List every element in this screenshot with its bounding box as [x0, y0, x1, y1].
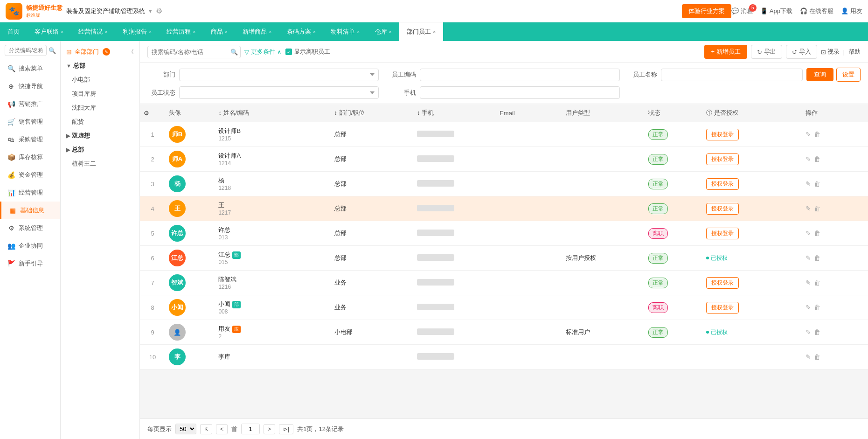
more-filter-btn[interactable]: ▽ 更多条件 ∧ — [244, 48, 282, 56]
dept-item-zhishu[interactable]: 植树王二 — [61, 157, 139, 171]
auth-login-btn[interactable]: 授权登录 — [706, 228, 739, 239]
employee-search-input[interactable] — [147, 46, 241, 58]
view-button[interactable]: ⊡ 视录 — [821, 48, 840, 56]
sidebar-item-快捷导航[interactable]: ⊕快捷导航 — [0, 77, 60, 95]
dept-group-zonbu[interactable]: ▼ 总部 — [61, 59, 139, 73]
sidebar-search-icon[interactable]: 🔍 — [49, 47, 56, 54]
delete-icon[interactable]: 🗑 — [814, 131, 820, 138]
th-settings[interactable]: ⚙ — [140, 104, 165, 122]
query-button[interactable]: 查询 — [806, 68, 833, 81]
edit-icon[interactable]: ✎ — [806, 328, 811, 336]
sidebar-item-新手引导[interactable]: 🚩新手引导 — [0, 255, 60, 272]
nav-item-物料清单[interactable]: 物料清单× — [323, 22, 367, 41]
last-page-btn[interactable]: ⊳| — [279, 424, 293, 434]
edit-icon[interactable]: ✎ — [806, 254, 811, 262]
sidebar-item-基础信息[interactable]: ▦基础信息 — [0, 202, 60, 219]
resigned-checkbox[interactable]: ✓ — [285, 49, 292, 55]
sidebar-item-系统管理[interactable]: ⚙系统管理 — [0, 219, 60, 237]
th-dept[interactable]: ↕ 部门/职位 — [331, 104, 413, 122]
nav-close-icon[interactable]: × — [104, 29, 107, 35]
nav-item-商品[interactable]: 商品× — [203, 22, 235, 41]
dept-group-zonbu2[interactable]: ▶ 总部 — [61, 143, 139, 157]
nav-item-经营历程[interactable]: 经营历程× — [159, 22, 203, 41]
page-input[interactable] — [241, 424, 260, 434]
import-button[interactable]: ↺ 导入 — [786, 45, 817, 59]
auth-login-btn[interactable]: 授权登录 — [706, 302, 739, 314]
edit-icon[interactable]: ✎ — [806, 230, 811, 237]
emp-name-input[interactable] — [661, 69, 803, 81]
add-employee-button[interactable]: + 新增员工 — [704, 45, 747, 59]
first-page-btn[interactable]: K — [200, 424, 212, 434]
edit-icon[interactable]: ✎ — [806, 205, 811, 212]
all-dept-header[interactable]: ⊞ 全部部门 ✎ 《 — [61, 45, 139, 59]
delete-icon[interactable]: 🗑 — [814, 180, 820, 188]
nav-item-仓库[interactable]: 仓库× — [368, 22, 399, 41]
dept-item-xiangmu[interactable]: 项目库房 — [61, 87, 139, 101]
next-page-btn[interactable]: > — [264, 424, 275, 434]
app-download-btn[interactable]: 📱 App下载 — [760, 7, 792, 15]
nav-close-icon[interactable]: × — [313, 29, 316, 35]
delete-icon[interactable]: 🗑 — [814, 353, 820, 361]
nav-item-经营情况[interactable]: 经营情况× — [71, 22, 115, 41]
settings-icon[interactable]: ⚙ — [156, 7, 162, 15]
emp-status-select[interactable] — [179, 86, 379, 99]
sidebar-item-库存核算[interactable]: 📦库存核算 — [0, 148, 60, 166]
nav-item-新增商品[interactable]: 新增商品× — [235, 22, 279, 41]
prev-page-btn[interactable]: < — [216, 424, 228, 434]
dept-group-shuangxu[interactable]: ▶ 双虚想 — [61, 129, 139, 143]
sidebar-item-搜索菜单[interactable]: 🔍搜索菜单 — [0, 60, 60, 77]
search-icon[interactable]: 🔍 — [230, 49, 238, 56]
delete-icon[interactable]: 🗑 — [814, 254, 820, 262]
edit-icon[interactable]: ✎ — [806, 180, 811, 188]
delete-icon[interactable]: 🗑 — [814, 279, 820, 286]
th-name[interactable]: ↕ 姓名/编码 — [215, 104, 330, 122]
nav-item-首页[interactable]: 首页 — [0, 22, 27, 41]
sidebar-item-销售管理[interactable]: 🛒销售管理 — [0, 113, 60, 131]
sidebar-search-input[interactable] — [5, 45, 47, 56]
dept-select[interactable] — [179, 69, 379, 81]
delete-icon[interactable]: 🗑 — [814, 304, 820, 311]
show-resigned-toggle[interactable]: ✓ 显示离职员工 — [285, 48, 330, 56]
auth-login-btn[interactable]: 授权登录 — [706, 178, 739, 190]
per-page-select[interactable]: 50 — [175, 424, 196, 434]
export-button[interactable]: ↻ 导出 — [751, 45, 782, 59]
nav-item-客户联络[interactable]: 客户联络× — [27, 22, 71, 41]
th-phone[interactable]: ↕ 手机 — [413, 104, 496, 122]
help-button[interactable]: 帮助 — [848, 48, 861, 56]
trial-button[interactable]: 体验行业方案 — [682, 4, 731, 18]
user-btn[interactable]: 👤 用友 — [841, 7, 862, 15]
delete-icon[interactable]: 🗑 — [814, 205, 820, 212]
delete-icon[interactable]: 🗑 — [814, 230, 820, 237]
edit-icon[interactable]: ✎ — [806, 353, 811, 361]
nav-close-icon[interactable]: × — [193, 29, 195, 35]
dept-item-xiaodian[interactable]: 小电部 — [61, 73, 139, 87]
nav-close-icon[interactable]: × — [357, 29, 360, 35]
collapse-icon[interactable]: 《 — [128, 48, 134, 56]
delete-icon[interactable]: 🗑 — [814, 328, 820, 336]
nav-close-icon[interactable]: × — [149, 29, 152, 35]
emp-code-input[interactable] — [420, 69, 619, 81]
nav-close-icon-active[interactable]: × — [433, 29, 436, 35]
nav-close-icon[interactable]: × — [389, 29, 392, 35]
sidebar-item-采购管理[interactable]: 🛍采购管理 — [0, 131, 60, 148]
auth-login-btn[interactable]: 授权登录 — [706, 129, 739, 140]
delete-icon[interactable]: 🗑 — [814, 155, 820, 163]
nav-item-利润报告[interactable]: 利润报告× — [115, 22, 159, 41]
nav-item-条码方案[interactable]: 条码方案× — [279, 22, 323, 41]
dept-item-peihuo[interactable]: 配货 — [61, 115, 139, 129]
auth-login-btn[interactable]: 授权登录 — [706, 277, 739, 289]
nav-close-icon[interactable]: × — [269, 29, 271, 35]
nav-item-部门员工[interactable]: 部门员工× — [399, 22, 443, 41]
nav-close-icon[interactable]: × — [61, 29, 63, 35]
auth-login-btn[interactable]: 授权登录 — [706, 153, 739, 165]
title-dropdown[interactable]: ▾ — [149, 7, 152, 14]
nav-close-icon[interactable]: × — [225, 29, 228, 35]
sidebar-item-企业协同[interactable]: 👥企业协同 — [0, 237, 60, 255]
edit-icon[interactable]: ✎ — [806, 304, 811, 311]
dept-edit-btn[interactable]: ✎ — [103, 48, 110, 56]
sidebar-item-营销推广[interactable]: 📢营销推广 — [0, 95, 60, 113]
auth-login-btn[interactable]: 授权登录 — [706, 203, 739, 215]
sidebar-item-资金管理[interactable]: 💰资金管理 — [0, 166, 60, 184]
set-button[interactable]: 设置 — [836, 68, 861, 82]
dept-item-shenyang[interactable]: 沈阳大库 — [61, 101, 139, 115]
